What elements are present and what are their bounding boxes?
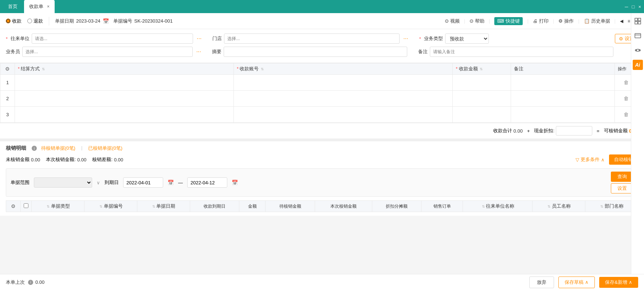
- svg-rect-3: [638, 21, 641, 24]
- verify-section: 核销明细 i 待核销单据(0笔) | 已核销单据(0笔) 未核销金额 0.00 …: [0, 141, 644, 216]
- tab-pending[interactable]: 待核销单据(0笔): [41, 145, 75, 152]
- vcol-due: 收款到期日: [190, 201, 239, 212]
- number-field: 单据编号 SK-20230324-001: [113, 18, 173, 24]
- range-label: 单据范围: [11, 179, 30, 186]
- diff-value: 0.00: [114, 157, 123, 162]
- summary-field: 摘要: [212, 47, 407, 57]
- vcol-dept: ⇅ 部门名称: [585, 201, 638, 212]
- delete-icon-3[interactable]: 🗑: [624, 111, 629, 118]
- calendar-icon[interactable]: 📅: [103, 18, 109, 24]
- prev-value: 0.00: [35, 279, 44, 285]
- verify-info-icon[interactable]: i: [32, 146, 37, 151]
- counterpart-more-btn[interactable]: ···: [197, 35, 201, 42]
- cell-settlement-2[interactable]: [15, 91, 234, 107]
- unverified-value: 0.00: [31, 157, 40, 162]
- nav-grid-icon[interactable]: ≡: [628, 19, 630, 24]
- tab-active[interactable]: 收款单 ×: [24, 0, 55, 13]
- business-type-label: 业务类型: [424, 35, 443, 42]
- sidebar-icon-ai[interactable]: Ai: [633, 60, 643, 70]
- sidebar-icon-1[interactable]: [633, 16, 643, 26]
- tab-done[interactable]: 已核销单据(0笔): [88, 145, 122, 152]
- staff-input[interactable]: [22, 47, 193, 57]
- abandon-btn[interactable]: 放弃: [529, 277, 554, 288]
- shop-input[interactable]: [224, 34, 400, 44]
- cell-amount-3[interactable]: [453, 107, 511, 123]
- minimize-icon[interactable]: ─: [625, 4, 628, 9]
- print-btn[interactable]: 🖨 打印: [533, 18, 549, 24]
- sidebar-icon-2[interactable]: [633, 31, 643, 41]
- cell-settlement-1[interactable]: [15, 75, 234, 91]
- row-num-2: 2: [0, 91, 15, 107]
- counterpart-input[interactable]: [32, 34, 193, 44]
- table-footer: 收款合计 0.00 + 现金折扣: = 可核销金额 0.00: [0, 123, 644, 138]
- history-btn[interactable]: 📋 历史单据: [584, 18, 610, 24]
- tab-home[interactable]: 首页: [3, 0, 23, 13]
- radio-refund[interactable]: 退款: [27, 18, 43, 24]
- cell-settlement-3[interactable]: [15, 107, 234, 123]
- date-to-input[interactable]: [187, 177, 227, 188]
- range-chevron-icon[interactable]: ∨: [97, 180, 100, 185]
- row-num-1: 1: [0, 75, 15, 91]
- cell-amount-2[interactable]: [453, 91, 511, 107]
- verify-table-settings-icon[interactable]: ⚙: [11, 203, 16, 209]
- operate-btn[interactable]: ⚙ 操作: [558, 18, 574, 24]
- video-btn[interactable]: ⊙ 视频: [445, 18, 460, 24]
- verify-stats: 未核销金额 0.00 本次核销金额: 0.00 核销差额: 0.00 ▽ 更多条…: [6, 154, 638, 165]
- shop-more-btn[interactable]: ···: [403, 35, 408, 42]
- cell-notes-1[interactable]: [511, 75, 615, 91]
- tab-close-icon[interactable]: ×: [47, 4, 50, 9]
- cell-notes-3[interactable]: [511, 107, 615, 123]
- calendar-to-icon[interactable]: 📅: [232, 180, 238, 185]
- filter-icon: ▽: [576, 157, 579, 162]
- discount-label: 现金折扣:: [534, 128, 554, 134]
- select-all-checkbox[interactable]: [24, 203, 28, 208]
- cell-account-2[interactable]: [234, 91, 453, 107]
- query-btn[interactable]: 查询: [611, 172, 633, 182]
- cell-account-3[interactable]: [234, 107, 453, 123]
- range-select[interactable]: [34, 177, 92, 188]
- number-label: 单据编号: [113, 18, 132, 24]
- form-area: * 往来单位 ··· 门店 ··· * 业务类型 预收款 ⚙ 设置: [0, 29, 644, 63]
- help-btn[interactable]: ⊙ 帮助: [470, 18, 484, 24]
- counterpart-field: * 往来单位 ···: [6, 34, 201, 44]
- col-account: * 收款账号 ⇅: [234, 63, 453, 75]
- bottom-bar: 本单上次 i 0.00 放弃 保存草稿 ∧ 保存&新增 ∧: [0, 274, 644, 290]
- total-value: 0.00: [514, 128, 523, 134]
- print-icon: 🖨: [533, 18, 538, 24]
- notes-input[interactable]: [430, 47, 613, 57]
- save-new-btn[interactable]: 保存&新增 ∧: [599, 277, 638, 288]
- vcol-current: 本次核销金额: [315, 201, 372, 212]
- shortcut-btn[interactable]: ⌨ 快捷键: [494, 17, 523, 25]
- close-icon[interactable]: ×: [638, 4, 641, 9]
- vcol-discount: 折扣分摊额: [372, 201, 421, 212]
- cell-account-1[interactable]: [234, 75, 453, 91]
- table-settings-icon[interactable]: ⚙: [5, 66, 10, 72]
- net-label: 可核销金额: [604, 128, 628, 134]
- receipt-type-radio: 收款 退款: [6, 18, 43, 24]
- summary-input[interactable]: [224, 47, 407, 57]
- verify-tabs: 待核销单据(0笔) | 已核销单据(0笔): [41, 145, 122, 152]
- bottom-info-icon[interactable]: i: [28, 280, 33, 285]
- delete-icon-2[interactable]: 🗑: [624, 95, 629, 102]
- date-from-input[interactable]: [123, 177, 163, 188]
- cell-amount-1[interactable]: [453, 75, 511, 91]
- col-amount: * 收款金额 ⇅: [453, 63, 511, 75]
- cell-notes-2[interactable]: [511, 91, 615, 107]
- delete-icon-1[interactable]: 🗑: [624, 79, 629, 86]
- prev-btn[interactable]: ◀: [620, 19, 623, 24]
- discount-input[interactable]: [556, 126, 592, 136]
- filter-setting-btn[interactable]: 设置: [611, 183, 633, 193]
- data-table-container: ⚙ * 结算方式 ⇅ * 收款账号 ⇅ * 收款金额: [0, 63, 644, 123]
- maximize-icon[interactable]: □: [632, 4, 635, 9]
- video-icon: ⊙: [445, 18, 449, 24]
- save-draft-btn[interactable]: 保存草稿 ∧: [558, 277, 595, 288]
- vcol-staff: ⇅ 员工名称: [533, 201, 585, 212]
- summary-label: 摘要: [212, 48, 221, 55]
- calendar-from-icon[interactable]: 📅: [168, 180, 174, 185]
- sidebar-icon-3[interactable]: [633, 45, 643, 55]
- business-type-select[interactable]: 预收款: [445, 34, 489, 44]
- staff-more-btn[interactable]: ···: [196, 48, 201, 55]
- more-conditions-btn[interactable]: ▽ 更多条件 ∧: [576, 156, 605, 163]
- radio-receipt[interactable]: 收款: [6, 18, 21, 24]
- shop-field: 门店 ···: [212, 34, 408, 44]
